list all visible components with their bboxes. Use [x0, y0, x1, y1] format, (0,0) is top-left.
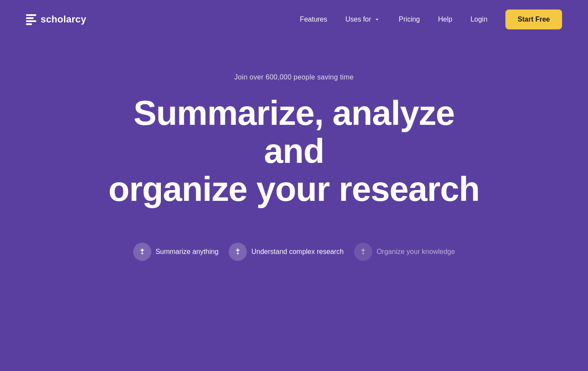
pill-understand[interactable]: Understand complex research [229, 243, 343, 261]
sparkle3-icon [358, 247, 368, 257]
logo[interactable]: scholarcy [26, 14, 86, 25]
nav-uses-for[interactable]: Uses for [339, 12, 388, 27]
hero-section: Join over 600,000 people saving time Sum… [0, 39, 588, 287]
nav-pricing[interactable]: Pricing [392, 12, 427, 27]
sparkle2-icon [233, 247, 243, 257]
pill-summarize-label: Summarize anything [156, 248, 219, 256]
nav-help[interactable]: Help [431, 12, 459, 27]
logo-text: scholarcy [41, 14, 86, 25]
hero-title: Summarize, analyze and organize your res… [99, 94, 489, 208]
feature-pills: Summarize anything Understand complex re… [133, 243, 455, 261]
nav-links: Features Uses for Pricing Help Login Sta… [293, 10, 562, 29]
pill-summarize[interactable]: Summarize anything [133, 243, 219, 261]
navbar: scholarcy Features Uses for Pricing Help… [0, 0, 588, 39]
sparkle-icon [137, 247, 147, 257]
pill-understand-icon [229, 243, 247, 261]
pill-organize-icon [354, 243, 372, 261]
nav-login[interactable]: Login [463, 12, 494, 27]
pill-understand-label: Understand complex research [251, 248, 343, 256]
pill-organize[interactable]: Organize your knowledge [354, 243, 455, 261]
pill-summarize-icon [133, 243, 151, 261]
logo-icon [26, 14, 36, 25]
pill-organize-label: Organize your knowledge [377, 248, 455, 256]
nav-features[interactable]: Features [293, 12, 334, 27]
start-free-button[interactable]: Start Free [505, 10, 562, 29]
chevron-down-icon [374, 16, 380, 23]
hero-subtitle: Join over 600,000 people saving time [234, 73, 354, 81]
